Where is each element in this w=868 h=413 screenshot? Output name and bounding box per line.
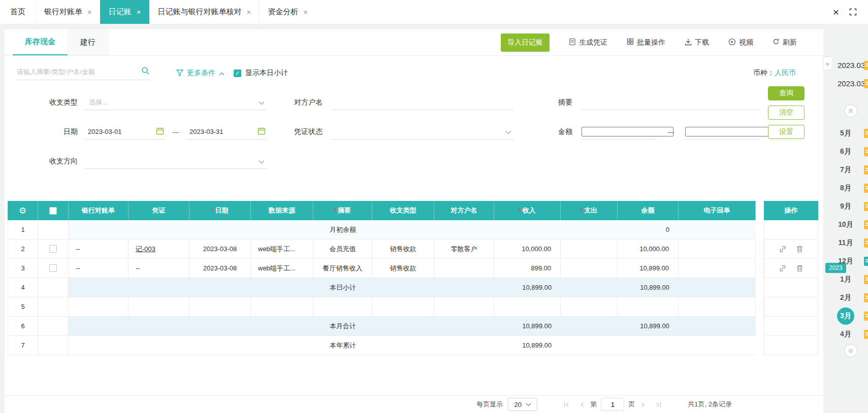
calendar-icon[interactable]	[258, 127, 266, 136]
more-conditions-toggle[interactable]: 更多条件	[176, 68, 224, 78]
subtab-cash[interactable]: 库存现金	[13, 29, 68, 55]
timeline-month-11[interactable]: 3月	[823, 307, 868, 325]
cell-bank	[69, 220, 128, 239]
period-doc-icon[interactable]	[864, 61, 868, 70]
scroll-up-icon[interactable]	[844, 105, 857, 118]
month-doc-icon[interactable]	[864, 330, 868, 339]
period-option[interactable]: 2023.03	[838, 79, 865, 88]
prev-page-icon[interactable]	[579, 401, 586, 408]
voucher-link[interactable]: 记-003	[136, 245, 155, 254]
type-select[interactable]: 选择...	[85, 95, 267, 110]
subtab-ccb[interactable]: 建行	[68, 29, 108, 55]
table-header: ⚙银行对账单凭证*日期数据来源*摘要收支类型对方户名*收入*支出余额电子回单操作	[8, 201, 818, 220]
tab-0[interactable]: 银行对账单×	[36, 0, 100, 24]
month-doc-icon[interactable]	[864, 275, 868, 284]
month-doc-icon[interactable]	[864, 129, 868, 138]
tab-close-icon[interactable]: ×	[87, 8, 92, 16]
counterparty-input[interactable]	[336, 98, 511, 106]
close-all-tabs-icon[interactable]: ×	[833, 7, 839, 17]
period-doc-icon[interactable]	[864, 79, 868, 88]
per-page-value: 20	[515, 401, 522, 408]
collapse-sidebar-icon[interactable]: »	[823, 57, 831, 70]
date-from-input[interactable]: 2023-03-01	[85, 124, 165, 140]
cell-bank	[69, 278, 128, 297]
month-doc-icon[interactable]	[864, 202, 868, 211]
timeline-month-6[interactable]: 10月	[823, 216, 868, 233]
cell-date	[189, 278, 251, 297]
download-label: 下载	[695, 38, 709, 47]
timeline-month-4[interactable]: 8月	[823, 180, 868, 197]
tab-2[interactable]: 日记账与银行对账单核对×	[149, 0, 260, 24]
generate-voucher-button[interactable]: 生成凭证	[569, 38, 607, 47]
tab-3[interactable]: 资金分析×	[259, 0, 316, 24]
delete-icon[interactable]	[796, 264, 803, 272]
row-checkbox[interactable]	[49, 264, 57, 272]
direction-select[interactable]	[85, 154, 267, 169]
timeline-month-12[interactable]: 4月	[823, 326, 868, 343]
summary-input[interactable]	[586, 98, 758, 106]
scroll-down-icon[interactable]	[844, 344, 857, 357]
cell-source	[251, 336, 313, 355]
batch-operation-button[interactable]: 批量操作	[627, 38, 665, 47]
video-button[interactable]: 视频	[728, 38, 753, 47]
next-page-icon[interactable]	[639, 401, 646, 408]
date-to-input[interactable]: 2023-03-31	[186, 124, 267, 140]
month-doc-icon[interactable]	[864, 257, 868, 266]
batch-grid-icon	[627, 38, 634, 47]
row-checkbox[interactable]	[49, 245, 57, 253]
tab-home[interactable]: 首页	[0, 0, 36, 24]
tab-1[interactable]: 日记账×	[100, 0, 149, 24]
tab-close-icon[interactable]: ×	[303, 8, 308, 16]
month-doc-icon[interactable]	[864, 312, 868, 321]
cell-type	[372, 336, 434, 355]
search-icon[interactable]	[141, 66, 150, 77]
row-number: 7	[8, 336, 38, 355]
gear-icon[interactable]: ⚙	[19, 206, 26, 215]
month-doc-icon[interactable]	[864, 165, 868, 175]
per-page-select[interactable]: 20	[508, 398, 537, 411]
tab-close-icon[interactable]: ×	[137, 8, 141, 16]
query-button[interactable]: 查询	[768, 86, 805, 100]
month-doc-icon[interactable]	[864, 293, 868, 302]
show-subtotal-checkbox[interactable]: ✓ 显示本日小计	[234, 68, 288, 78]
amount-max-input[interactable]	[685, 127, 777, 136]
download-button[interactable]: 下载	[685, 38, 709, 47]
cell-balance: 10,899.00	[618, 317, 679, 336]
search-input[interactable]	[17, 68, 141, 76]
select-all-checkbox[interactable]	[49, 207, 57, 215]
currency-value[interactable]: 人民币	[775, 68, 796, 77]
table-row: 3----2023-03-08web端手工...餐厅销售收入销售收款899.00…	[8, 259, 818, 278]
page-number-input[interactable]	[601, 398, 624, 411]
attachment-link-icon[interactable]	[779, 264, 787, 272]
amount-min-input[interactable]	[582, 127, 673, 136]
timeline-month-3[interactable]: 7月	[823, 161, 868, 179]
cell-actions	[764, 297, 818, 317]
fullscreen-icon[interactable]	[849, 8, 857, 16]
timeline-month-9[interactable]: 1月	[823, 271, 868, 288]
timeline-month-7[interactable]: 11月	[823, 234, 868, 252]
period-display[interactable]: 2023.03	[838, 61, 865, 70]
chevron-down-icon	[505, 127, 511, 136]
import-journal-button[interactable]: 导入日记账	[501, 33, 550, 52]
tab-close-icon[interactable]: ×	[247, 8, 251, 16]
first-page-icon[interactable]	[563, 401, 570, 408]
calendar-icon[interactable]	[156, 127, 164, 136]
month-doc-icon[interactable]	[864, 184, 868, 193]
voucher-status-select[interactable]	[332, 124, 513, 140]
cell-voucher	[128, 317, 189, 336]
timeline-month-2[interactable]: 6月	[823, 143, 868, 160]
last-page-icon[interactable]	[655, 401, 662, 408]
clear-button[interactable]: 清空	[768, 106, 805, 120]
cell-summary: 本月合计	[313, 317, 372, 336]
attachment-link-icon[interactable]	[779, 245, 787, 253]
delete-icon[interactable]	[796, 245, 803, 253]
timeline-month-1[interactable]: 5月	[823, 125, 868, 142]
timeline-month-5[interactable]: 9月	[823, 198, 868, 215]
timeline-month-8[interactable]: 12月	[823, 253, 868, 270]
month-doc-icon[interactable]	[864, 147, 868, 156]
month-doc-icon[interactable]	[864, 238, 868, 248]
refresh-button[interactable]: 刷新	[773, 38, 797, 47]
month-doc-icon[interactable]	[864, 220, 868, 229]
settings-button[interactable]: 设置	[768, 125, 805, 139]
timeline-month-10[interactable]: 2月	[823, 289, 868, 306]
